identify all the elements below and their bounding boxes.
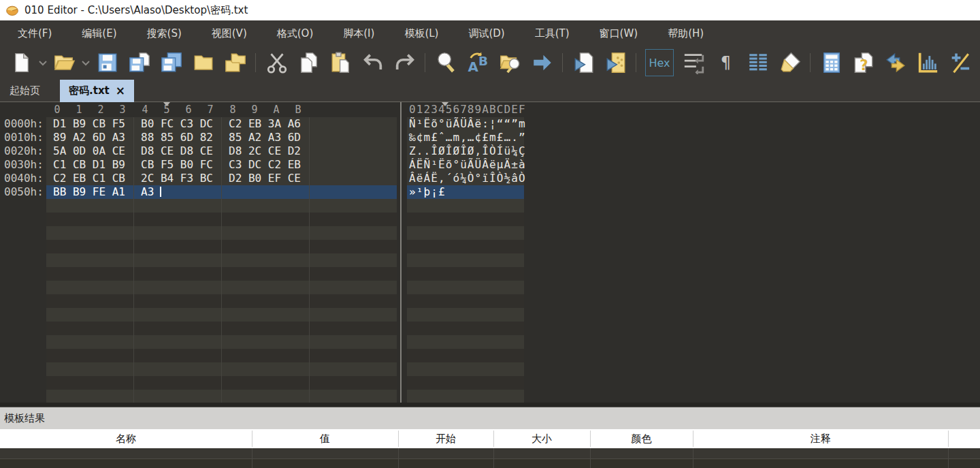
search-icon <box>435 51 458 74</box>
address-label: 0040h: <box>0 172 46 185</box>
find-button[interactable] <box>430 48 462 78</box>
ascii-caret-column-marker <box>442 102 448 106</box>
menu-bar: 文件(F) 编辑(E) 搜索(S) 视图(V) 格式(O) 脚本(I) 模板(L… <box>0 20 980 46</box>
column-header-name[interactable]: 名称 <box>0 429 252 448</box>
tab-close-icon[interactable]: × <box>116 85 125 97</box>
open-file-button[interactable] <box>48 48 80 78</box>
highlighter-icon <box>779 51 802 74</box>
menu-file[interactable]: 文件(F) <box>8 23 61 44</box>
menu-scripts[interactable]: 脚本(I) <box>333 23 384 44</box>
open-all-files-button[interactable] <box>219 48 251 78</box>
column-header-color[interactable]: 颜色 <box>590 429 693 448</box>
find-in-files-button[interactable] <box>494 48 526 78</box>
ascii-row[interactable]: ‰¢m£ˆ…m‚…¢£m£….” <box>407 131 524 144</box>
template-results-header: 名称 值 开始 大小 颜色 注释 <box>0 429 980 448</box>
ascii-column-ruler: 0123456789ABCDEF <box>407 102 524 117</box>
calculator-icon <box>820 51 843 74</box>
undo-icon <box>361 51 385 74</box>
menu-search[interactable]: 搜索(S) <box>137 23 191 44</box>
ascii-row[interactable]: ÂëÁË,´ó¼Ò°ïÎÒ½âÒ <box>407 172 524 185</box>
swap-bytes-button[interactable] <box>879 48 911 78</box>
menu-format[interactable]: 格式(O) <box>267 23 323 44</box>
menu-window[interactable]: 窗口(W) <box>590 23 648 44</box>
run-script-icon <box>572 51 595 74</box>
hex-mode-toggle-button[interactable]: Hex <box>645 49 674 76</box>
redo-icon <box>393 51 416 74</box>
ascii-row-selected[interactable]: »¹þ¡£ <box>407 185 524 199</box>
compare-files-button[interactable]: ? <box>847 48 879 78</box>
replace-ab-icon: A B <box>467 51 490 74</box>
hex-byte-grid[interactable]: 0123456789ABCDEF D1 B9 CB F5B0 FC C3 DCC… <box>46 102 397 403</box>
columns-icon <box>747 51 770 74</box>
menu-templates[interactable]: 模板(L) <box>395 23 448 44</box>
redo-button[interactable] <box>389 48 421 78</box>
menu-debug[interactable]: 调试(D) <box>459 23 514 44</box>
histogram-icon <box>916 51 939 74</box>
ascii-row[interactable]: Z..ÎØÎØÎØ,ÎÒÍü¼Ç <box>407 144 524 158</box>
column-header-comment[interactable]: 注释 <box>693 429 948 448</box>
menu-help[interactable]: 帮助(H) <box>658 23 713 44</box>
menu-view[interactable]: 视图(V) <box>202 23 257 44</box>
paste-button[interactable] <box>325 48 357 78</box>
ascii-column[interactable]: 0123456789ABCDEF Ñ¹Ëõ°üÃÜÂë:¦““”m ‰¢m£ˆ…… <box>407 102 524 403</box>
toolbar-separator <box>632 48 641 78</box>
open-file-dropdown-button[interactable] <box>80 48 91 78</box>
ascii-row[interactable]: ÁËÑ¹Ëõ°üÃÜÂëµÄ±à <box>407 158 524 172</box>
hex-editor: 0000h: 0010h: 0020h: 0030h: 0040h: 0050h… <box>0 102 980 403</box>
menu-tools[interactable]: 工具(T) <box>525 23 579 44</box>
toolbar-separator <box>558 48 568 78</box>
cut-scissors-icon <box>265 51 289 74</box>
svg-text:B: B <box>478 54 488 68</box>
show-whitespace-button[interactable]: ¶ <box>710 48 742 78</box>
paste-clipboard-icon <box>329 51 353 74</box>
svg-text:?: ? <box>860 57 868 74</box>
swap-arrows-icon <box>884 51 907 74</box>
cut-button[interactable] <box>261 48 293 78</box>
save-all-button[interactable] <box>155 48 187 78</box>
hex-caret-column-marker <box>163 102 170 106</box>
chevron-down-icon <box>39 59 47 67</box>
goto-button[interactable] <box>526 48 558 78</box>
ascii-empty-rows[interactable] <box>407 199 524 403</box>
folder-icon <box>192 51 215 74</box>
open-folder-button[interactable] <box>187 48 219 78</box>
copy-button[interactable] <box>293 48 325 78</box>
tab-file[interactable]: 密码.txt × <box>60 80 134 102</box>
compare-files-icon: ? <box>852 51 875 74</box>
save-button[interactable] <box>91 48 123 78</box>
goto-arrow-icon <box>531 51 554 74</box>
tab-start-page[interactable]: 起始页 <box>10 79 40 102</box>
new-file-dropdown-button[interactable] <box>37 48 48 78</box>
address-label: 0010h: <box>0 131 46 144</box>
save-as-button[interactable] <box>123 48 155 78</box>
open-folder-icon <box>53 51 76 74</box>
save-all-icon <box>160 51 183 74</box>
address-label: 0020h: <box>0 144 46 158</box>
copy-icon <box>297 51 321 74</box>
highlighting-button[interactable] <box>774 48 806 78</box>
window-title: 010 Editor - C:\Users\Alaso\Desktop\密码.t… <box>24 4 248 17</box>
address-label: 0000h: <box>0 117 46 131</box>
tab-bar: 起始页 密码.txt × <box>0 79 980 102</box>
column-header-value[interactable]: 值 <box>252 429 398 448</box>
calculator-button[interactable] <box>815 48 847 78</box>
address-label: 0030h: <box>0 158 46 172</box>
word-wrap-button[interactable] <box>678 48 710 78</box>
ascii-row[interactable]: Ñ¹Ëõ°üÃÜÂë:¦““”m <box>407 117 524 131</box>
replace-button[interactable]: A B <box>462 48 494 78</box>
save-as-icon <box>128 51 151 74</box>
new-file-button[interactable] <box>5 48 37 78</box>
word-wrap-icon <box>683 51 706 74</box>
menu-edit[interactable]: 编辑(E) <box>72 23 126 44</box>
column-header-start[interactable]: 开始 <box>398 429 493 448</box>
run-script-button[interactable] <box>568 48 600 78</box>
edit-as-columns-button[interactable] <box>742 48 774 78</box>
undo-button[interactable] <box>357 48 389 78</box>
template-results-body[interactable] <box>0 448 980 468</box>
checksum-button[interactable] <box>943 48 975 78</box>
title-bar: 010 Editor - C:\Users\Alaso\Desktop\密码.t… <box>0 0 980 20</box>
histogram-button[interactable] <box>911 48 943 78</box>
column-header-size[interactable]: 大小 <box>493 429 590 448</box>
hex-ascii-divider[interactable] <box>400 102 402 403</box>
run-template-button[interactable] <box>600 48 632 78</box>
